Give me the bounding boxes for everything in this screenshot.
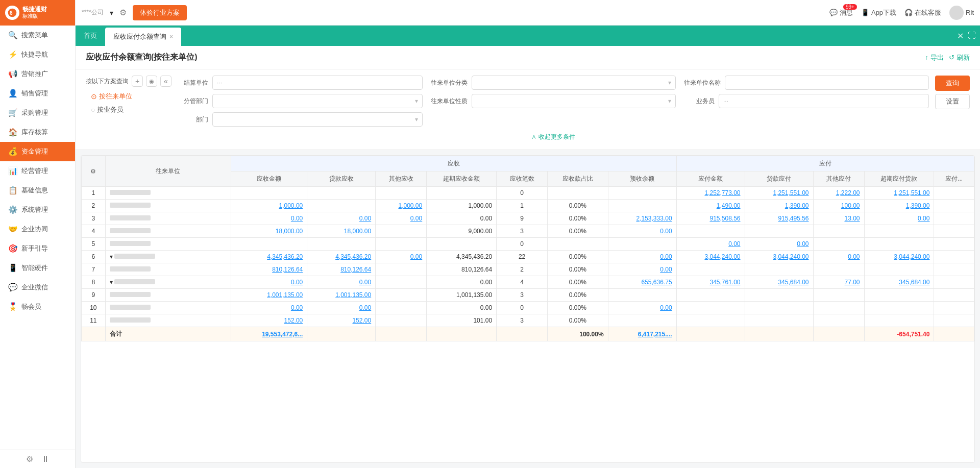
app-download-button[interactable]: 📱 App下载 [861, 8, 896, 17]
online-service-button[interactable]: 🎧 在线客服 [904, 8, 941, 17]
messages-button[interactable]: 💬 消息 99+ [829, 8, 853, 17]
topbar-settings-icon[interactable]: ⚙ [119, 8, 127, 17]
row-advance-balance[interactable]: 0.00 [608, 263, 676, 276]
row-loan-payable[interactable]: 915,495.56 [745, 212, 813, 225]
row-receivable-amount[interactable]: 0.00 [231, 302, 307, 314]
operation-icon: 📊 [8, 166, 17, 176]
tab-receivable[interactable]: 应收应付余额查询 × [105, 28, 181, 46]
sidebar-footer-collapse[interactable]: ⏸ [41, 455, 50, 464]
salesperson-input[interactable]: ··· [719, 94, 929, 108]
row-loan-receivable[interactable]: 0.00 [307, 212, 376, 225]
settings-button[interactable]: 设置 [935, 94, 970, 109]
row-payable-amount[interactable]: 0.00 [676, 238, 745, 251]
sidebar-item-enterprise[interactable]: 🤝企业协同 [0, 219, 75, 239]
query-button[interactable]: 查询 [935, 76, 970, 91]
user-avatar[interactable]: Rit [949, 6, 974, 20]
row-loan-receivable[interactable]: 0.00 [307, 276, 376, 289]
settlement-unit-input[interactable]: ··· [212, 76, 423, 90]
row-receivable-amount[interactable]: 4,345,436.20 [231, 251, 307, 263]
dept-mgr-input[interactable]: ▾ [212, 94, 423, 108]
row-receivable-amount[interactable]: 0.00 [231, 212, 307, 225]
row-payable-amount[interactable]: 915,508.56 [676, 212, 745, 225]
row-overdue-payable[interactable]: 1,390.00 [864, 200, 934, 212]
filter-edit-button[interactable]: ◉ [146, 76, 157, 87]
row-receivable-amount[interactable]: 1,001,135.00 [231, 289, 307, 302]
filter-add-button[interactable]: + [132, 76, 143, 87]
unit-nature-input[interactable]: ▾ [472, 94, 676, 108]
col-header-settings[interactable]: ⚙ [82, 156, 106, 187]
sidebar-item-search-menu[interactable]: 🔍搜索菜单 [0, 26, 75, 45]
row-advance-balance[interactable]: 0.00 [608, 251, 676, 263]
row-payable-amount[interactable]: 1,490.00 [676, 200, 745, 212]
row-loan-receivable[interactable]: 18,000.00 [307, 225, 376, 238]
collapse-more-button[interactable]: ∧ 收起更多条件 [178, 131, 929, 143]
row-payable-amount[interactable]: 345,761.00 [676, 276, 745, 289]
row-overdue-payable[interactable]: 345,684.00 [864, 276, 934, 289]
row-overdue-payable[interactable]: 0.00 [864, 212, 934, 225]
sidebar-item-operation[interactable]: 📊经营管理 [0, 161, 75, 181]
unit-name-input[interactable] [725, 76, 929, 90]
sidebar-item-wechat[interactable]: 💬企业微信 [0, 278, 75, 297]
row-advance-balance[interactable]: 2,153,333.00 [608, 212, 676, 225]
sidebar-item-basic[interactable]: 📋基础信息 [0, 181, 75, 200]
footer-receivable-amount[interactable]: 19,553,472,6... [231, 327, 307, 341]
row-loan-receivable[interactable]: 810,126.64 [307, 263, 376, 276]
row-receivable-amount[interactable]: 810,126.64 [231, 263, 307, 276]
unit-category-input[interactable]: ▾ [472, 76, 676, 90]
row-loan-receivable[interactable]: 0.00 [307, 302, 376, 314]
export-button[interactable]: ↑ 导出 [925, 53, 944, 62]
sidebar-item-marketing[interactable]: 📢营销推广 [0, 64, 75, 84]
filter-option-salesperson[interactable]: ○ 按业务员 [86, 103, 172, 116]
sidebar-footer-settings[interactable]: ⚙ [26, 454, 33, 464]
row-other-payable[interactable]: 77.00 [813, 276, 864, 289]
row-loan-payable[interactable]: 3,044,240.00 [745, 251, 813, 263]
row-receivable-amount[interactable]: 18,000.00 [231, 225, 307, 238]
row-overdue-payable [864, 289, 934, 302]
tabbar-close-icon[interactable]: ✕ [957, 31, 964, 41]
breadcrumb-chevron-icon[interactable]: ▾ [110, 9, 113, 17]
row-other-payable[interactable]: 13.00 [813, 212, 864, 225]
row-loan-receivable[interactable]: 152.00 [307, 314, 376, 327]
row-other-receivable[interactable]: 0.00 [376, 251, 427, 263]
row-overdue-payable[interactable]: 3,044,240.00 [864, 251, 934, 263]
filter-collapse-button[interactable]: « [160, 76, 172, 87]
sidebar-item-quick-nav[interactable]: ⚡快捷导航 [0, 45, 75, 64]
promo-button[interactable]: 体验行业方案 [133, 5, 187, 20]
sidebar-item-inventory[interactable]: 🏠库存核算 [0, 122, 75, 142]
tab-close-icon[interactable]: × [169, 33, 173, 40]
row-payable-amount[interactable]: 1,252,773.00 [676, 187, 745, 200]
sidebar-item-member[interactable]: 🎖️畅会员 [0, 297, 75, 316]
footer-advance-balance[interactable]: 6,417,215.... [608, 327, 676, 341]
sidebar-item-guide[interactable]: 🎯新手引导 [0, 239, 75, 258]
row-advance-balance[interactable]: 655,636.75 [608, 276, 676, 289]
tabbar-expand-icon[interactable]: ⛶ [968, 31, 976, 40]
sidebar-item-system[interactable]: ⚙️系统管理 [0, 200, 75, 219]
sidebar-item-sales[interactable]: 👤销售管理 [0, 84, 75, 103]
row-loan-payable[interactable]: 0.00 [745, 238, 813, 251]
row-receivable-amount[interactable]: 0.00 [231, 276, 307, 289]
sidebar-item-purchase[interactable]: 🛒采购管理 [0, 103, 75, 122]
row-other-receivable[interactable]: 1,000.00 [376, 200, 427, 212]
row-other-payable[interactable]: 0.00 [813, 251, 864, 263]
row-loan-receivable[interactable]: 1,001,135.00 [307, 289, 376, 302]
row-overdue-payable[interactable]: 1,251,551.00 [864, 187, 934, 200]
row-loan-payable[interactable]: 1,251,551.00 [745, 187, 813, 200]
row-payable-amount[interactable]: 3,044,240.00 [676, 251, 745, 263]
row-other-payable[interactable]: 1,222.00 [813, 187, 864, 200]
row-advance-balance[interactable]: 0.00 [608, 302, 676, 314]
dept-input[interactable]: ▾ [212, 112, 423, 127]
quick-nav-icon: ⚡ [8, 50, 17, 59]
row-loan-receivable[interactable]: 4,345,436.20 [307, 251, 376, 263]
sidebar-item-hardware[interactable]: 📱智能硬件 [0, 258, 75, 278]
row-loan-payable[interactable]: 345,684.00 [745, 276, 813, 289]
filter-option-partner[interactable]: ⊙ 按往来单位 [86, 90, 172, 103]
row-other-payable[interactable]: 100.00 [813, 200, 864, 212]
row-other-receivable[interactable]: 0.00 [376, 212, 427, 225]
tab-home[interactable]: 首页 [76, 26, 105, 46]
row-receivable-amount[interactable]: 152.00 [231, 314, 307, 327]
row-loan-payable[interactable]: 1,390.00 [745, 200, 813, 212]
refresh-button[interactable]: ↺ 刷新 [949, 53, 970, 62]
sidebar-item-fund[interactable]: 💰资金管理 [0, 142, 75, 161]
row-receivable-amount[interactable]: 1,000.00 [231, 200, 307, 212]
row-advance-balance[interactable]: 0.00 [608, 225, 676, 238]
